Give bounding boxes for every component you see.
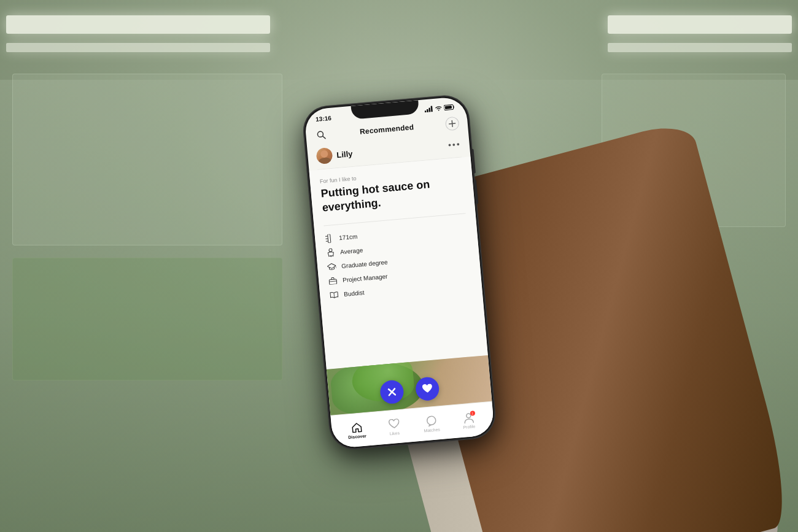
light-panel-4 xyxy=(608,43,792,52)
search-icon xyxy=(316,129,327,140)
svg-rect-1 xyxy=(427,109,428,112)
status-time: 13:16 xyxy=(316,114,331,122)
glass-panel-left xyxy=(12,74,282,245)
profile-info: Lilly xyxy=(316,145,353,164)
svg-point-14 xyxy=(328,248,331,251)
attr-education-label: Graduate degree xyxy=(341,258,388,269)
ruler-icon xyxy=(325,234,334,243)
attr-body-label: Average xyxy=(340,246,363,255)
close-icon xyxy=(387,387,397,397)
action-buttons xyxy=(379,376,440,404)
add-button[interactable] xyxy=(445,116,460,131)
light-panel-2 xyxy=(6,43,270,52)
attr-religion-label: Buddist xyxy=(344,288,365,297)
status-icons xyxy=(424,104,455,112)
nav-matches-label: Matches xyxy=(424,426,440,432)
avatar-head xyxy=(320,150,328,158)
avatar-body xyxy=(319,157,331,164)
nav-profile-label: Profile xyxy=(463,423,475,429)
attr-job-label: Project Manager xyxy=(343,272,388,283)
nav-likes-label: Likes xyxy=(389,430,400,435)
svg-marker-15 xyxy=(327,263,336,268)
svg-rect-0 xyxy=(425,110,427,112)
book-icon xyxy=(330,290,339,299)
profile-content: For fun I like to Putting hot sauce on e… xyxy=(309,156,488,369)
phone-outer: 13:16 xyxy=(302,94,497,450)
light-panel-1 xyxy=(6,15,270,34)
volume-button-up xyxy=(471,148,475,173)
svg-line-7 xyxy=(323,136,325,138)
nav-matches[interactable]: Matches xyxy=(417,414,446,433)
pass-button[interactable] xyxy=(379,379,405,404)
signal-icon xyxy=(424,106,433,112)
person-icon: 1 xyxy=(462,411,475,423)
svg-point-22 xyxy=(427,415,436,425)
battery-icon xyxy=(444,104,455,111)
heart-icon xyxy=(422,383,433,394)
chat-icon xyxy=(425,415,438,427)
graduation-icon xyxy=(327,261,336,271)
briefcase-icon xyxy=(328,276,338,285)
plus-icon xyxy=(448,120,456,128)
home-icon xyxy=(351,421,363,433)
page-title: Recommended xyxy=(360,123,414,136)
svg-line-19 xyxy=(334,292,335,297)
phone-container: 13:16 xyxy=(307,84,491,448)
svg-rect-2 xyxy=(428,107,430,112)
ceiling-lights xyxy=(0,0,798,86)
phone-body: 13:16 xyxy=(302,94,497,450)
glass-panel-left-bottom xyxy=(12,258,282,380)
like-button[interactable] xyxy=(415,376,440,401)
search-button[interactable] xyxy=(314,128,329,142)
phone-screen: 13:16 xyxy=(304,96,495,449)
svg-line-18 xyxy=(329,280,336,281)
likes-heart-icon xyxy=(388,418,400,430)
avatar xyxy=(316,147,333,164)
wifi-icon xyxy=(435,104,443,111)
main-scene: 13:16 xyxy=(0,0,798,532)
nav-likes[interactable]: Likes xyxy=(380,417,408,436)
profile-badge: 1 xyxy=(470,410,475,415)
light-panel-3 xyxy=(608,15,792,34)
svg-rect-3 xyxy=(431,106,433,112)
nav-discover-label: Discover xyxy=(348,433,366,439)
nav-profile[interactable]: 1 Profile xyxy=(454,411,482,430)
attributes-list: 171cm Average xyxy=(325,222,472,299)
more-options-button[interactable]: ••• xyxy=(447,139,461,149)
attr-height-label: 171cm xyxy=(339,233,358,241)
profile-name: Lilly xyxy=(336,148,353,159)
svg-rect-5 xyxy=(445,106,452,109)
nav-discover[interactable]: Discover xyxy=(343,420,371,439)
body-icon xyxy=(326,248,335,257)
